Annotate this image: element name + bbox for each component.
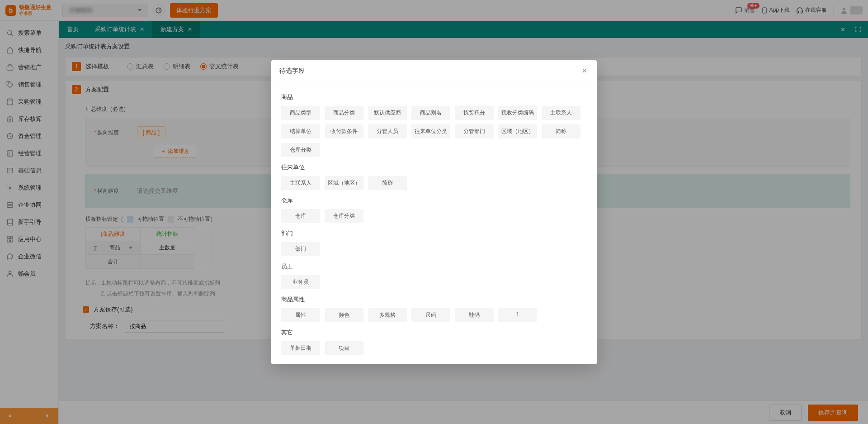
- field-chip[interactable]: 区域（地区）: [498, 124, 537, 138]
- field-chip[interactable]: 分管人员: [368, 124, 407, 138]
- field-chip[interactable]: 业务员: [281, 275, 320, 289]
- field-chip[interactable]: 主联系人: [281, 176, 320, 190]
- field-chip[interactable]: 区域（地区）: [325, 176, 363, 190]
- field-chip[interactable]: 简称: [368, 176, 407, 190]
- field-chip[interactable]: 属性: [281, 308, 320, 322]
- field-group-title: 商品属性: [281, 295, 587, 304]
- field-chip[interactable]: 颜色: [325, 308, 363, 322]
- field-chip[interactable]: 项目: [325, 341, 363, 355]
- field-chip[interactable]: 1: [498, 308, 537, 322]
- field-chip[interactable]: 拣货积分: [455, 106, 494, 120]
- modal-close-button[interactable]: ✕: [580, 67, 589, 76]
- field-chip[interactable]: 单据日期: [281, 341, 320, 355]
- field-chip[interactable]: 尺码: [411, 308, 450, 322]
- field-chip[interactable]: 收付款条件: [325, 124, 363, 138]
- field-group-title: 员工: [281, 262, 587, 271]
- field-group-title: 仓库: [281, 196, 587, 205]
- field-chip[interactable]: 仓库: [281, 209, 320, 223]
- field-chip[interactable]: 部门: [281, 242, 320, 256]
- field-chip[interactable]: 往来单位分类: [411, 124, 450, 138]
- field-chip[interactable]: 税收分类编码: [498, 106, 537, 120]
- field-chip[interactable]: 仓库分类: [281, 143, 320, 157]
- field-chip[interactable]: 商品别名: [411, 106, 450, 120]
- field-chip[interactable]: 分管部门: [455, 124, 494, 138]
- field-group-title: 往来单位: [281, 163, 587, 172]
- field-chip[interactable]: 结算单位: [281, 124, 320, 138]
- field-group-title: 商品: [281, 93, 587, 101]
- field-group-title: 其它: [281, 329, 587, 337]
- field-chip[interactable]: 默认供应商: [368, 106, 407, 120]
- field-chip[interactable]: 主联系人: [542, 106, 580, 120]
- field-chip[interactable]: 鞋码: [455, 308, 494, 322]
- field-group-title: 部门: [281, 229, 587, 238]
- field-chip[interactable]: 仓库分类: [325, 209, 363, 223]
- field-picker-modal: 待选字段 ✕ 商品商品类型商品分类默认供应商商品别名拣货积分税收分类编码主联系人…: [271, 60, 597, 364]
- field-chip[interactable]: 商品分类: [325, 106, 363, 120]
- field-chip[interactable]: 多规格: [368, 308, 407, 322]
- modal-title: 待选字段: [279, 67, 305, 75]
- field-chip[interactable]: 商品类型: [281, 106, 320, 120]
- field-chip[interactable]: 简称: [542, 124, 580, 138]
